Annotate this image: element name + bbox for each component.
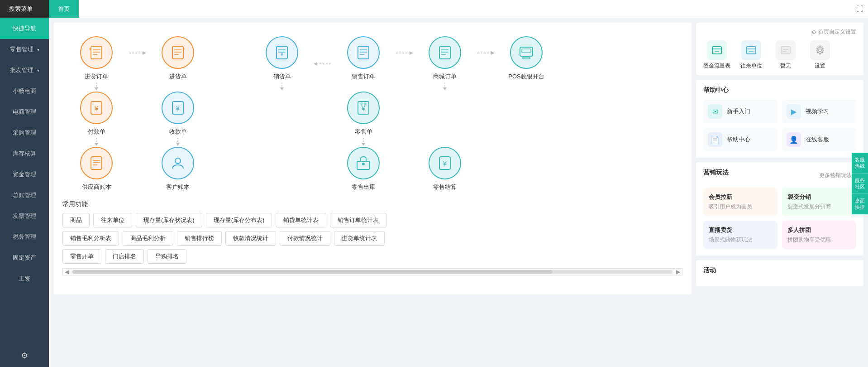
float-btn-desktop[interactable]: 桌面快捷: [852, 194, 868, 214]
sidebar: 快捷导航 零售管理 ▾ 批发管理 ▾ 小畅电商 电商管理 采购管理 库存核算 资: [0, 18, 49, 367]
func-btn-sale-margin[interactable]: 销售毛利分析表: [62, 231, 119, 246]
sidebar-item-invoice[interactable]: 发票管理: [0, 206, 49, 227]
help-center-card: 帮助中心 ✉ 新手入门 ▶ 视频学习 📄 帮助中心 👤: [696, 80, 863, 158]
quick-nav-panel: 进货订单 进货单: [53, 23, 692, 295]
sidebar-item-wholesale-mgmt[interactable]: 批发管理 ▾: [0, 60, 49, 81]
func-btn-payment-stats[interactable]: 付款情况统计: [280, 231, 330, 246]
supplier-account-circle[interactable]: [80, 147, 113, 179]
node-purchase-order: 进货订单: [67, 36, 126, 81]
marketing-item-live[interactable]: 直播卖货 场景式购物新玩法: [703, 221, 777, 249]
common-functions: 常用功能 商品 往来单位 现存量(库存状况表) 现存量(库存分布表) 销货单统计…: [62, 200, 682, 264]
marketing-item-fission[interactable]: 裂变分销 裂变式发展分销商: [782, 188, 856, 216]
marketing-desc-member: 吸引用户成为会员: [709, 203, 772, 211]
sidebar-item-finance[interactable]: 资金管理: [0, 164, 49, 185]
horizontal-scrollbar[interactable]: ◀ ▶: [62, 268, 682, 275]
func-btn-stock-status[interactable]: 现存量(库存状况表): [136, 213, 202, 227]
marketing-item-member[interactable]: 会员拉新 吸引用户成为会员: [703, 188, 777, 216]
sidebar-item-quick-nav[interactable]: 快捷导航: [0, 18, 49, 39]
help-center-title: 帮助中心: [703, 86, 856, 94]
func-btn-receipt-stats[interactable]: 收款情况统计: [225, 231, 276, 246]
scroll-track[interactable]: [72, 270, 672, 274]
node-payment: ¥ 付款单: [67, 92, 126, 136]
retail-order-circle[interactable]: ¥零售: [347, 92, 380, 124]
func-btn-product-margin[interactable]: 商品毛利分析: [123, 231, 173, 246]
payment-circle[interactable]: ¥: [80, 92, 113, 124]
marketing-item-group[interactable]: 多人拼团 拼团购物享受优惠: [782, 221, 856, 249]
svg-rect-6: [172, 46, 183, 59]
node-supplier-account: 供应商账本: [67, 147, 126, 191]
node-sale-bill: ¥ 销货单: [253, 36, 311, 81]
retail-settle-circle[interactable]: ¥: [429, 147, 461, 179]
shortcut-cash-flow[interactable]: 资金流量表: [703, 40, 730, 70]
flow-diagram: 进货订单 进货单: [62, 32, 682, 196]
shortcut-partners[interactable]: 往来单位: [738, 40, 765, 70]
node-payment-label: 付款单: [88, 128, 105, 136]
func-btn-store-rank[interactable]: 门店排名: [105, 249, 144, 264]
svg-marker-27: [491, 51, 495, 55]
receipt-circle[interactable]: ¥: [162, 92, 194, 124]
sale-bill-circle[interactable]: ¥: [266, 36, 298, 69]
svg-marker-51: [176, 143, 180, 146]
float-buttons: 客服热线 服务社区 桌面快捷: [852, 153, 868, 214]
mall-order-circle[interactable]: [429, 36, 461, 69]
func-btn-product[interactable]: 商品: [62, 213, 90, 227]
purchase-order-circle[interactable]: [80, 36, 113, 69]
sidebar-item-purchase-mgmt[interactable]: 采购管理: [0, 122, 49, 143]
more-marketing-link[interactable]: 更多营销玩法 >: [819, 172, 856, 179]
none-icon: [776, 40, 796, 60]
shortcut-none[interactable]: 暂无: [772, 40, 799, 70]
pos-circle[interactable]: [510, 36, 543, 69]
svg-rect-30: [522, 49, 531, 53]
sidebar-item-xiaochang-ec[interactable]: 小畅电商: [0, 81, 49, 101]
retail-out-circle[interactable]: [347, 147, 380, 179]
func-btn-sale-stats[interactable]: 销货单统计表: [276, 213, 326, 227]
float-btn-customer-service[interactable]: 客服热线: [852, 153, 868, 174]
expand-icon[interactable]: ⛶: [856, 5, 863, 13]
svg-rect-22: [439, 46, 450, 59]
scroll-right-arrow[interactable]: ▶: [674, 269, 682, 275]
node-retail-order: ¥零售 零售单: [334, 92, 393, 136]
svg-marker-36: [280, 87, 284, 91]
node-receipt-label: 收款单: [169, 128, 187, 136]
customize-settings-link[interactable]: ⚙ 首页自定义设置: [811, 28, 856, 36]
search-menu-button[interactable]: 搜索菜单: [0, 0, 49, 18]
sidebar-settings-icon[interactable]: ⚙: [0, 344, 49, 367]
cash-flow-icon: [707, 40, 727, 60]
scroll-left-arrow[interactable]: ◀: [63, 269, 71, 275]
node-sale-order: 销售订单: [334, 36, 393, 81]
sidebar-item-tax[interactable]: 税务管理: [0, 227, 49, 247]
sidebar-item-payroll[interactable]: 工资: [0, 268, 49, 289]
func-btn-row3: 零售开单 门店排名 导购排名: [62, 249, 682, 264]
customer-account-circle[interactable]: [162, 147, 194, 179]
func-btn-stock-dist[interactable]: 现存量(库存分布表): [206, 213, 272, 227]
help-item-service[interactable]: 👤 在线客服: [782, 128, 856, 151]
node-purchase-order-label: 进货订单: [85, 72, 108, 81]
node-retail-settle: ¥ 零售结算: [415, 147, 474, 191]
purchase-bill-circle[interactable]: [162, 36, 194, 69]
func-btn-purchase-stats[interactable]: 进货单统计表: [334, 231, 385, 246]
help-item-beginner[interactable]: ✉ 新手入门: [703, 100, 777, 123]
sale-order-circle[interactable]: [347, 36, 380, 69]
func-btn-retail-bill[interactable]: 零售开单: [62, 249, 101, 264]
sidebar-item-general-ledger[interactable]: 总账管理: [0, 185, 49, 206]
svg-point-60: [362, 163, 365, 165]
sidebar-item-fixed-assets[interactable]: 固定资产: [0, 247, 49, 268]
marketing-card: 营销玩法 更多营销玩法 > 会员拉新 吸引用户成为会员 裂变分销 裂变式发展分销…: [696, 162, 863, 256]
func-btn-partners[interactable]: 往来单位: [93, 213, 132, 227]
help-item-help[interactable]: 📄 帮助中心: [703, 128, 777, 151]
help-item-video[interactable]: ▶ 视频学习: [782, 100, 856, 123]
home-tab[interactable]: 首页: [49, 0, 79, 18]
func-btn-sale-rank[interactable]: 销售排行榜: [177, 231, 222, 246]
shortcut-settings[interactable]: 设置: [806, 40, 834, 70]
arrow-4-5: [393, 50, 415, 67]
func-btn-sale-order-stats[interactable]: 销售订单统计表: [330, 213, 386, 227]
svg-text:¥: ¥: [280, 52, 283, 57]
sidebar-item-inventory[interactable]: 库存核算: [0, 143, 49, 164]
sidebar-item-ec-mgmt[interactable]: 电商管理: [0, 101, 49, 122]
down-arrow-receipt: [148, 137, 207, 146]
svg-text:¥: ¥: [94, 105, 98, 112]
sidebar-item-retail-mgmt[interactable]: 零售管理 ▾: [0, 39, 49, 60]
flow-row-2: ¥ 付款单 ¥ 收款单: [67, 92, 678, 136]
float-btn-community[interactable]: 服务社区: [852, 174, 868, 194]
func-btn-guide-rank[interactable]: 导购排名: [148, 249, 186, 264]
